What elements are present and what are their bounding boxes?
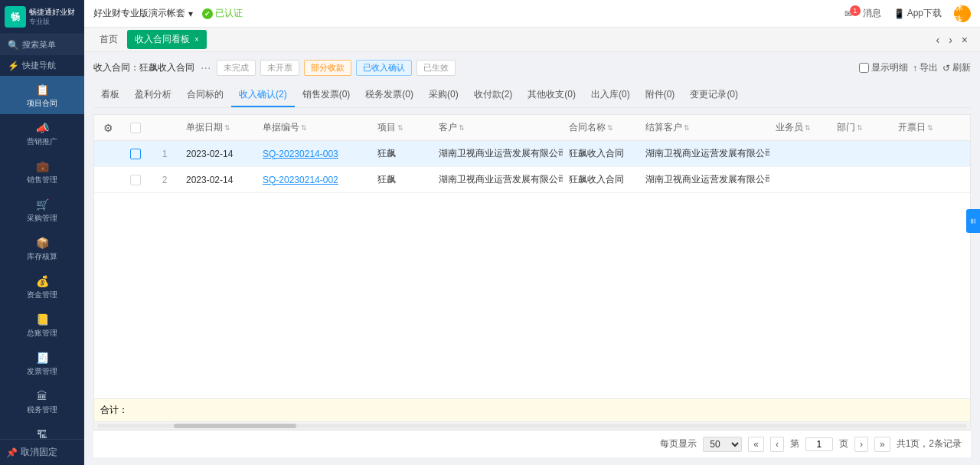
- right-float-button[interactable]: ≡: [966, 209, 980, 233]
- sidebar-item-general-ledger[interactable]: 📒 总账管理: [0, 306, 84, 344]
- col-header-customer[interactable]: 客户 ⇅: [433, 118, 563, 137]
- row2-id[interactable]: SQ-20230214-002: [256, 172, 371, 188]
- col-header-staff[interactable]: 业务员 ⇅: [769, 118, 831, 137]
- col-header-id[interactable]: 单据编号 ⇅: [256, 118, 371, 137]
- id-sort-icon[interactable]: ⇅: [301, 124, 307, 132]
- marketing-icon: 📣: [34, 120, 50, 136]
- sidebar-item-quick-nav[interactable]: ⚡ 快捷导航: [0, 55, 84, 76]
- status-not-invoiced[interactable]: 未开票: [260, 60, 299, 76]
- col-customer-label: 客户: [439, 121, 457, 134]
- contract-more-button[interactable]: ···: [201, 61, 211, 75]
- col-header-settle[interactable]: 结算客户 ⇅: [639, 118, 769, 137]
- prev-page-button[interactable]: ‹: [770, 437, 784, 452]
- tab-standards[interactable]: 合同标的: [179, 84, 231, 107]
- tab-attachment[interactable]: 附件(0): [638, 84, 683, 107]
- scrollbar-thumb[interactable]: [174, 424, 296, 428]
- settings-gear-icon[interactable]: ⚙: [103, 122, 113, 134]
- first-page-button[interactable]: «: [748, 437, 764, 452]
- user-action[interactable]: 珠珠: [954, 5, 971, 22]
- scrollbar-track[interactable]: [97, 424, 967, 428]
- sidebar-item-sales[interactable]: 💼 销售管理: [0, 152, 84, 191]
- row1-id[interactable]: SQ-20230214-003: [256, 146, 371, 162]
- sidebar-item-inventory[interactable]: 📦 库存核算: [0, 229, 84, 267]
- general-ledger-label: 总账管理: [27, 329, 57, 338]
- dept-sort-icon[interactable]: ⇅: [857, 124, 863, 132]
- tab-outbound[interactable]: 出入库(0): [583, 84, 638, 107]
- contract-sort-icon[interactable]: ⇅: [607, 124, 613, 132]
- date-sort-icon[interactable]: ⇅: [224, 124, 230, 132]
- display-detail-checkbox[interactable]: [859, 63, 869, 73]
- page-input[interactable]: [805, 437, 833, 451]
- sidebar: 畅 畅捷通好业财 专业版 🔍 搜索菜单 ⚡ 快捷导航 📋 项目合同 📣 营销推广: [0, 0, 84, 465]
- contract-title-name: 狂飙收入合同: [139, 62, 194, 73]
- table-row[interactable]: 2 2023-02-14 SQ-20230214-002 狂飙 湖南卫视商业运营…: [94, 167, 970, 193]
- customer-sort-icon[interactable]: ⇅: [459, 124, 465, 132]
- horizontal-scrollbar[interactable]: [94, 421, 970, 429]
- col-header-check[interactable]: [122, 120, 149, 136]
- sidebar-item-search[interactable]: 🔍 搜索菜单: [0, 34, 84, 55]
- row1-settle: 湖南卫视商业运营发展有限公司: [639, 144, 769, 163]
- display-detail-toggle[interactable]: 显示明细: [859, 61, 908, 74]
- row1-id-link[interactable]: SQ-20230214-003: [263, 149, 338, 159]
- marketing-label: 营销推广: [27, 137, 57, 146]
- status-effective[interactable]: 已生效: [416, 60, 456, 76]
- tab-purchase[interactable]: 采购(0): [421, 84, 466, 107]
- tab-payment[interactable]: 收付款(2): [466, 84, 521, 107]
- row2-id-link[interactable]: SQ-20230214-002: [263, 175, 338, 185]
- row1-date: 2023-02-14: [180, 146, 256, 162]
- project-contract-icon: 📋: [34, 82, 50, 97]
- col-header-settings[interactable]: ⚙: [94, 119, 122, 137]
- sidebar-item-tax[interactable]: 🏛 税务管理: [0, 382, 84, 421]
- tab-tax-invoice[interactable]: 税务发票(0): [358, 84, 421, 107]
- sidebar-item-finance[interactable]: 💰 资金管理: [0, 267, 84, 306]
- close-all-tabs-button[interactable]: ×: [959, 32, 971, 47]
- status-confirmed[interactable]: 已收入确认: [356, 60, 412, 76]
- sidebar-bottom-label: 取消固定: [21, 446, 57, 459]
- tab-sales-invoice[interactable]: 销售发票(0): [295, 84, 358, 107]
- project-contract-label: 项目合同: [27, 99, 57, 108]
- tab-other-income[interactable]: 其他收支(0): [520, 84, 583, 107]
- app-download-action[interactable]: 📱 App下载: [893, 7, 942, 20]
- export-button[interactable]: ↑ 导出: [913, 61, 938, 74]
- last-page-button[interactable]: »: [874, 437, 890, 452]
- sidebar-item-fixed-assets[interactable]: 🏗 固定资产: [0, 421, 84, 439]
- col-header-dept[interactable]: 部门 ⇅: [831, 118, 892, 137]
- company-selector[interactable]: 好业财专业版演示帐套 ▾: [93, 7, 193, 20]
- col-header-opendate[interactable]: 开票日 ⇅: [892, 118, 969, 137]
- settle-sort-icon[interactable]: ⇅: [684, 124, 690, 132]
- opendate-sort-icon[interactable]: ⇅: [927, 124, 933, 132]
- status-incomplete[interactable]: 未完成: [217, 60, 256, 76]
- tab-profit[interactable]: 盈利分析: [127, 84, 179, 107]
- home-tab[interactable]: 首页: [93, 30, 124, 49]
- next-page-button[interactable]: ›: [854, 437, 868, 452]
- col-header-date[interactable]: 单据日期 ⇅: [180, 118, 256, 137]
- close-tab-button[interactable]: ×: [194, 35, 199, 44]
- project-sort-icon[interactable]: ⇅: [397, 124, 403, 132]
- sidebar-item-project-contract[interactable]: 📋 项目合同: [0, 76, 84, 114]
- row2-checkbox[interactable]: [122, 172, 149, 188]
- per-page-select[interactable]: 50 20 100: [703, 437, 742, 452]
- message-action[interactable]: ✉ 1 消息: [844, 7, 881, 20]
- col-header-project[interactable]: 项目 ⇅: [371, 118, 433, 137]
- refresh-button[interactable]: ↺ 刷新: [942, 61, 971, 74]
- col-header-contract[interactable]: 合同名称 ⇅: [563, 118, 639, 137]
- table-row[interactable]: 1 2023-02-14 SQ-20230214-003 狂飙 湖南卫视商业运营…: [94, 141, 970, 167]
- row1-check[interactable]: [130, 149, 141, 159]
- status-partial[interactable]: 部分收款: [304, 60, 351, 76]
- purchase-icon: 🛒: [34, 197, 50, 212]
- select-all-checkbox[interactable]: [130, 123, 141, 133]
- row1-checkbox[interactable]: [122, 146, 149, 162]
- tab-kanban[interactable]: 看板: [93, 84, 127, 107]
- staff-sort-icon[interactable]: ⇅: [805, 124, 811, 132]
- active-tab[interactable]: 收入合同看板 ×: [127, 30, 207, 49]
- sidebar-item-purchase[interactable]: 🛒 采购管理: [0, 191, 84, 229]
- sidebar-item-marketing[interactable]: 📣 营销推广: [0, 114, 84, 152]
- sidebar-item-invoice[interactable]: 🧾 发票管理: [0, 344, 84, 382]
- tab-change-log[interactable]: 变更记录(0): [682, 84, 746, 107]
- row2-check[interactable]: [130, 175, 141, 185]
- sidebar-bottom[interactable]: 📌 取消固定: [0, 439, 84, 465]
- prev-tab-button[interactable]: ‹: [933, 32, 942, 47]
- footer-label: 合计：: [100, 404, 128, 417]
- next-tab-button[interactable]: ›: [946, 32, 956, 47]
- tab-income-confirm[interactable]: 收入确认(2): [231, 84, 295, 107]
